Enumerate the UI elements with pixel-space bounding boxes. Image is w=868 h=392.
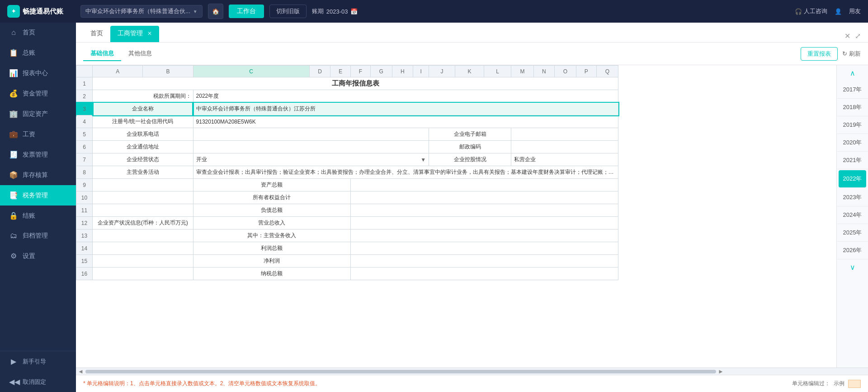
- sidebar-item-settings[interactable]: ⚙设置: [0, 246, 76, 266]
- year-item-2017年[interactable]: 2017年: [837, 81, 868, 99]
- table-row: 10 所有者权益合计: [76, 191, 618, 204]
- sidebar-item-wage[interactable]: 💼工资: [0, 124, 76, 144]
- toolbar-right: 重置报表 ↻ 刷新: [801, 47, 861, 61]
- cell-addr-value[interactable]: [193, 141, 429, 153]
- year-item-2021年[interactable]: 2021年: [837, 152, 868, 169]
- cell-equity-value[interactable]: [351, 191, 618, 204]
- year-item-2020年[interactable]: 2020年: [837, 134, 868, 152]
- year-item-2019年[interactable]: 2019年: [837, 116, 868, 134]
- row-num: 9: [76, 179, 93, 191]
- archive-icon: 🗂: [9, 232, 18, 240]
- year-item-2022年[interactable]: 2022年: [839, 170, 866, 188]
- year-item-2024年[interactable]: 2024年: [837, 206, 868, 224]
- company-selector[interactable]: 中审众环会计师事务所（特殊普通合伙... ▼: [80, 5, 203, 18]
- sidebar-item-inventory[interactable]: 📦库存核算: [0, 165, 76, 185]
- year-item-2018年[interactable]: 2018年: [837, 99, 868, 116]
- tab-other[interactable]: 其他信息: [121, 47, 159, 61]
- oldver-button[interactable]: 切到旧版: [269, 5, 307, 18]
- company-icon-button[interactable]: 🏠: [208, 4, 223, 19]
- headset-icon: 🎧: [795, 8, 802, 15]
- col-header-g: G: [370, 66, 392, 77]
- sidebar-item-archive[interactable]: 🗂归档管理: [0, 226, 76, 246]
- cell-r16-a: [93, 268, 193, 280]
- refresh-button[interactable]: ↻ 刷新: [842, 50, 861, 58]
- service-button[interactable]: 🎧 人工咨询: [795, 7, 827, 15]
- cell-debt-value[interactable]: [351, 204, 618, 217]
- hscroll-thumb[interactable]: [85, 370, 716, 373]
- year-nav-up[interactable]: ∧: [837, 65, 868, 81]
- footer-sample-label: 示例: [834, 380, 844, 387]
- cell-assets-value[interactable]: [351, 179, 618, 191]
- sidebar-item-home[interactable]: ⌂首页: [0, 23, 76, 43]
- cell-status-value[interactable]: 开业 ▼: [193, 153, 429, 166]
- sidebar-item-invoice[interactable]: 🧾发票管理: [0, 144, 76, 165]
- year-nav-down[interactable]: ∨: [837, 259, 868, 275]
- sidebar-label-inventory: 库存核算: [23, 171, 48, 179]
- cell-tax-label: 纳税总额: [193, 268, 351, 280]
- cell-company-value[interactable]: 中审众环会计师事务所（特殊普通合伙）江苏分所: [193, 103, 618, 115]
- spreadsheet-container[interactable]: A B C D E F G H I J K L M: [76, 65, 836, 368]
- cell-email-label: 企业电子邮箱: [429, 128, 511, 141]
- sidebar-item-report[interactable]: 📊报表中心: [0, 63, 76, 83]
- dropdown-icon[interactable]: ▼: [420, 157, 426, 163]
- hscroll-left-arrow[interactable]: ◄: [78, 368, 84, 375]
- sidebar-item-tax[interactable]: 📑税务管理: [0, 185, 76, 206]
- table-row: 3 企业名称 中审众环会计师事务所（特殊普通合伙）江苏分所: [76, 103, 618, 115]
- cell-netprofit-value[interactable]: [351, 255, 618, 268]
- sidebar-item-asset[interactable]: 🏢固定资产: [0, 104, 76, 124]
- cell-profit-value[interactable]: [351, 242, 618, 255]
- sidebar-label-settings: 设置: [23, 252, 35, 260]
- inventory-icon: 📦: [9, 171, 18, 179]
- app-logo: ✦ 畅捷通易代账: [7, 5, 75, 18]
- cell-phone-value[interactable]: [193, 128, 429, 141]
- sidebar-item-ledger[interactable]: 📋总账: [0, 43, 76, 63]
- table-row: 11 负债总额: [76, 204, 618, 217]
- cell-period-value[interactable]: 2022年度: [193, 90, 618, 103]
- close-icon: 🔒: [9, 211, 18, 220]
- cell-postcode-value[interactable]: [511, 141, 618, 153]
- row-num: 8: [76, 166, 93, 179]
- cell-email-value[interactable]: [511, 128, 618, 141]
- row-num: 11: [76, 204, 93, 217]
- year-item-2026年[interactable]: 2026年: [837, 242, 868, 259]
- reset-button[interactable]: 重置报表: [801, 47, 838, 61]
- cell-postcode-label: 邮政编码: [429, 141, 511, 153]
- tab-basic[interactable]: 基础信息: [83, 47, 121, 61]
- row-num: 5: [76, 128, 93, 141]
- cell-revenue-value[interactable]: [351, 217, 618, 229]
- cell-main-rev-value[interactable]: [351, 229, 618, 242]
- sidebar-item-close[interactable]: 🔒结账: [0, 206, 76, 226]
- cell-r9-a: [93, 179, 193, 191]
- cell-regnum-value[interactable]: 91320100MA208E5W6K: [193, 115, 618, 128]
- hscroll-right-arrow[interactable]: ►: [718, 368, 724, 375]
- table-row: 1 工商年报信息表: [76, 77, 618, 90]
- workbench-button[interactable]: 工作台: [229, 5, 264, 18]
- sidebar-label-finance: 资金管理: [23, 90, 48, 98]
- hscroll-bar[interactable]: ◄ ►: [76, 368, 868, 375]
- tab-close-all-icon[interactable]: ✕: [844, 32, 850, 40]
- tab-expand-icon[interactable]: ⤢: [855, 32, 861, 40]
- inner-tabs: 基础信息 其他信息: [83, 47, 159, 61]
- cell-main-biz-value[interactable]: 审查企业会计报表；出具审计报告；验证企业资本；出具验资报告；办理企业合并、分立、…: [193, 166, 618, 179]
- calendar-icon[interactable]: 📅: [350, 8, 358, 15]
- tab-close-icon[interactable]: ✕: [147, 30, 152, 37]
- sidebar-label-home: 首页: [23, 29, 35, 37]
- col-header-k: K: [455, 66, 484, 77]
- sidebar-item-newbie[interactable]: ▶ 新手引导: [0, 351, 76, 372]
- finance-icon: 💰: [9, 89, 18, 98]
- cell-phone-label: 企业联系电话: [93, 128, 193, 141]
- cell-control-value[interactable]: 私营企业: [511, 153, 618, 166]
- tab-business[interactable]: 工商管理 ✕: [110, 26, 159, 42]
- sidebar-item-finance[interactable]: 💰资金管理: [0, 83, 76, 104]
- cell-r15-a: [93, 255, 193, 268]
- year-item-2025年[interactable]: 2025年: [837, 224, 868, 242]
- col-header-h: H: [392, 66, 413, 77]
- sidebar-item-unpin[interactable]: ◀◀ 取消固定: [0, 372, 76, 392]
- cell-main-biz-label: 主营业务活动: [93, 166, 193, 179]
- col-header-l: L: [484, 66, 511, 77]
- user-icon: 👤: [835, 8, 842, 15]
- col-header-c: C: [193, 66, 309, 77]
- year-item-2023年[interactable]: 2023年: [837, 189, 868, 206]
- tab-home[interactable]: 首页: [83, 26, 110, 42]
- cell-tax-value[interactable]: [351, 268, 618, 280]
